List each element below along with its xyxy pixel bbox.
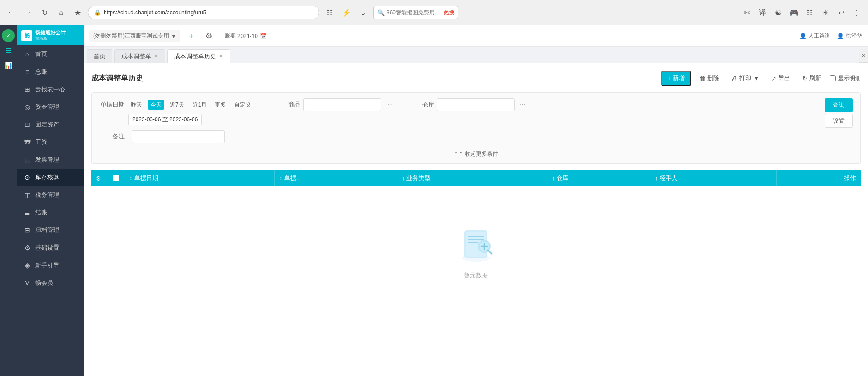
scissors-button[interactable]: ✄ [740, 6, 753, 19]
right-close-button[interactable]: ✕ [859, 49, 868, 63]
wallet-button[interactable]: ☯ [772, 6, 785, 19]
filter-row-1: 单据日期 昨天今天近7天近1月更多自定义 商品 ··· [99, 98, 816, 111]
th-warehouse-label: 仓库 [556, 175, 568, 182]
apps-button[interactable]: ☷ [803, 6, 816, 19]
empty-icon [453, 223, 499, 265]
note-input[interactable] [132, 130, 225, 143]
th-checkbox[interactable] [108, 170, 125, 186]
print-button[interactable]: 🖨 打印 ▼ [728, 72, 763, 84]
filter-row-daterange: 2023-06-06 至 2023-06-06 [99, 114, 816, 125]
show-columns-checkbox[interactable] [830, 75, 836, 81]
dropdown-button[interactable]: ⌄ [356, 6, 369, 19]
service-button[interactable]: 👤 人工咨询 [799, 32, 831, 40]
user-profile[interactable]: 👤 徐泽华 [837, 32, 862, 40]
date-btn-昨天[interactable]: 昨天 [128, 100, 145, 110]
nav-label-invoice: 发票管理 [35, 156, 59, 164]
tab-cost-adjust-history[interactable]: 成本调整单历史✕ [167, 49, 230, 63]
sidebar-item-vip[interactable]: V 畅会员 [17, 274, 84, 292]
brightness-button[interactable]: ☀ [819, 6, 832, 19]
refresh-button[interactable]: ↻ 刷新 [799, 72, 825, 84]
refresh-button[interactable]: ↻ [38, 6, 51, 19]
translate-button[interactable]: 译 [756, 6, 769, 19]
back-button[interactable]: ← [5, 6, 18, 19]
browser-search[interactable]: 🔍 热搜 [373, 6, 458, 19]
export-button[interactable]: ↗ 导出 [768, 72, 794, 84]
tab-label-cost-adjust-history: 成本调整单历史 [174, 52, 216, 61]
nav-icon-fixed-assets: ⊡ [23, 121, 31, 128]
show-columns-label: 显示明细 [838, 75, 861, 82]
add-company-button[interactable]: + [185, 30, 198, 43]
grid-button[interactable]: ☷ [323, 6, 336, 19]
date-btn-今天[interactable]: 今天 [148, 100, 164, 110]
sidebar-item-tax[interactable]: ◫ 税务管理 [17, 186, 84, 204]
lightning-button[interactable]: ⚡ [340, 6, 353, 19]
game-button[interactable]: 🎮 [787, 6, 800, 19]
sidebar-item-archive[interactable]: ⊟ 归档管理 [17, 221, 84, 239]
menu-button[interactable]: ⋮ [850, 6, 863, 19]
app-container: ✓ ☰ 📊 畅 畅捷通好会计 旗舰版 ⌂ 首页 ≡ 总账 ⊞ 云报表中心 ◎ 资… [0, 25, 868, 376]
rail-icon-active[interactable]: ☰ [2, 44, 15, 57]
filter-area: 单据日期 昨天今天近7天近1月更多自定义 商品 ··· [91, 92, 861, 164]
collapse-button[interactable]: ⌃⌃ 收起更多条件 [99, 147, 853, 158]
home-button[interactable]: ⌂ [55, 6, 68, 19]
sidebar-item-guide[interactable]: ◈ 新手引导 [17, 257, 84, 274]
tab-cost-adjust[interactable]: 成本调整单✕ [114, 49, 165, 63]
toolbar-actions: + 新增 🗑 删除 🖨 打印 ▼ ↗ 导出 ↻ [661, 71, 861, 86]
sidebar-item-inventory[interactable]: ⊙ 库存核算 [17, 169, 84, 186]
service-label: 人工咨询 [808, 32, 831, 40]
company-dropdown-icon: ▼ [171, 33, 176, 39]
collapse-label: 收起更多条件 [465, 150, 498, 158]
product-filter-group: 商品 ··· [275, 98, 392, 111]
date-btn-近7天[interactable]: 近7天 [167, 100, 187, 110]
period-info: 账期 2021-10 📅 [225, 32, 267, 40]
sidebar-logo[interactable]: 畅 畅捷通好会计 旗舰版 [17, 25, 84, 45]
bookmark-button[interactable]: ★ [71, 6, 84, 19]
date-btn-近1月[interactable]: 近1月 [190, 100, 210, 110]
company-settings-icon[interactable]: ⚙ [202, 30, 215, 43]
nav-label-fixed-assets: 固定资产 [35, 120, 59, 129]
query-button[interactable]: 查询 [825, 98, 853, 112]
nav-label-payroll: 工资 [35, 138, 47, 146]
product-dots[interactable]: ··· [386, 100, 392, 109]
sidebar-item-funds[interactable]: ◎ 资金管理 [17, 98, 84, 116]
empty-state: 暂元数据 [91, 186, 861, 317]
tab-home[interactable]: 首页 [87, 49, 112, 63]
date-range-display[interactable]: 2023-06-06 至 2023-06-06 [128, 114, 202, 125]
delete-button[interactable]: 🗑 删除 [696, 72, 723, 84]
sidebar-item-fixed-assets[interactable]: ⊡ 固定资产 [17, 116, 84, 133]
th-business-type: ↕ 业务类型 [397, 170, 547, 186]
warehouse-dots[interactable]: ··· [519, 100, 525, 109]
url-bar[interactable]: 🔒 https://cloud.chanjet.com/accounting/u… [88, 6, 319, 19]
icon-rail: ✓ ☰ 📊 [0, 25, 17, 376]
sidebar-item-reports[interactable]: ⊞ 云报表中心 [17, 81, 84, 98]
filter-settings-button[interactable]: 设置 [825, 114, 853, 128]
undo-button[interactable]: ↩ [835, 6, 848, 19]
sidebar-item-general-ledger[interactable]: ≡ 总账 [17, 63, 84, 81]
tab-close-cost-adjust-history[interactable]: ✕ [219, 53, 223, 59]
company-selector[interactable]: (勿删勿禁用)江西服宝测试专用 ▼ [89, 30, 180, 42]
date-btn-自定义[interactable]: 自定义 [231, 100, 254, 110]
th-handler: ↕ 经手人 [650, 170, 776, 186]
sidebar-item-payroll[interactable]: ₩ 工资 [17, 133, 84, 151]
forward-button[interactable]: → [21, 6, 34, 19]
nav-icon-archive: ⊟ [23, 226, 31, 234]
th-settings[interactable]: ⚙ [91, 170, 108, 186]
nav-icon-reports: ⊞ [23, 86, 31, 93]
search-input[interactable] [387, 9, 442, 16]
rail-icon-chart[interactable]: 📊 [2, 59, 15, 72]
rail-icon-social[interactable]: ✓ [2, 29, 15, 42]
date-btn-更多[interactable]: 更多 [212, 100, 229, 110]
sidebar-item-settings[interactable]: ⚙ 基础设置 [17, 239, 84, 257]
select-all-checkbox[interactable] [113, 175, 119, 181]
product-input[interactable] [303, 98, 381, 111]
add-button[interactable]: + 新增 [661, 71, 691, 86]
sidebar-item-invoice[interactable]: ▤ 发票管理 [17, 151, 84, 169]
warehouse-input[interactable] [437, 98, 515, 111]
column-settings-icon[interactable]: ⚙ [96, 175, 101, 182]
th-operations: 操作 [777, 170, 861, 186]
sidebar-item-closing[interactable]: ≣ 结账 [17, 204, 84, 221]
sidebar-item-home[interactable]: ⌂ 首页 [17, 45, 84, 63]
svg-line-10 [488, 250, 492, 254]
browser-chrome: ← → ↻ ⌂ ★ 🔒 https://cloud.chanjet.com/ac… [0, 0, 868, 25]
tab-close-cost-adjust[interactable]: ✕ [154, 53, 158, 59]
